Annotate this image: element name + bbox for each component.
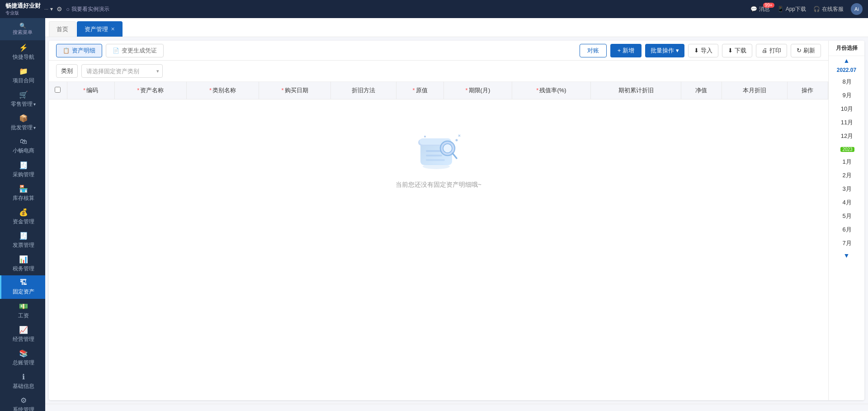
sidebar-item-invoice[interactable]: 🧾 发票管理 — [0, 228, 45, 252]
sidebar-item-ecommerce[interactable]: 🛍 小畅电商 — [0, 134, 45, 158]
month-item-9[interactable]: 9月 — [829, 89, 864, 102]
fixed-assets-icon: 🏗 — [20, 279, 27, 287]
print-button[interactable]: 🖨 打印 — [756, 44, 787, 57]
month-panel-header: 月份选择 — [829, 41, 864, 56]
demo-button[interactable]: ○ 我要看实例演示 — [66, 5, 109, 13]
svg-rect-5 — [426, 155, 442, 156]
add-button[interactable]: + 新增 — [610, 44, 642, 57]
main-layout: 🔍 搜索菜单 ⚡ 快捷导航 📁 项目合同 🛒 零售管理 ▾ 📦 批发管理 ▾ — [0, 18, 868, 411]
tab-close-icon[interactable]: ✕ — [111, 26, 115, 32]
table-header-residual-rate: *残值率(%) — [512, 82, 591, 99]
table-header-monthly-depreciation: 本月折旧 — [722, 82, 787, 99]
sidebar-item-basic-info[interactable]: ℹ 基础信息 — [0, 369, 45, 393]
online-service-button[interactable]: 🎧 在线客服 — [813, 5, 844, 13]
sidebar-item-retail[interactable]: 🛒 零售管理 ▾ — [0, 87, 45, 111]
operations-icon: 📈 — [19, 326, 28, 334]
month-item-8[interactable]: 8月 — [829, 75, 864, 89]
nav-tabs: 首页 资产管理 ✕ — [45, 18, 868, 37]
horizontal-scrollbar[interactable] — [45, 404, 868, 411]
sidebar-item-tax[interactable]: 📊 税务管理 — [0, 252, 45, 275]
company-dropdown[interactable]: ··· ▾ — [44, 6, 53, 12]
sidebar-item-ledger[interactable]: 📚 总账管理 — [0, 346, 45, 369]
download-icon: ⬇ — [728, 47, 733, 54]
month-item-1[interactable]: 1月 — [829, 155, 864, 169]
import-button[interactable]: ⬇ 导入 — [688, 44, 718, 57]
table-header-operation: 操作 — [787, 82, 828, 99]
duizhang-button[interactable]: 对账 — [580, 44, 607, 57]
month-item-12[interactable]: 12月 — [829, 129, 864, 143]
empty-state: 当前您还没有固定资产明细哦~ — [49, 99, 828, 207]
refresh-button[interactable]: ↻ 刷新 — [791, 44, 821, 57]
month-item-5[interactable]: 5月 — [829, 209, 864, 223]
sidebar-item-quick-nav[interactable]: ⚡ 快捷导航 — [0, 40, 45, 64]
month-item-3[interactable]: 3月 — [829, 182, 864, 196]
sidebar-item-purchase[interactable]: 🧾 采购管理 — [0, 158, 45, 181]
category-select-wrap: 请选择固定资产类别 ▾ — [81, 64, 163, 78]
sidebar-item-system[interactable]: ⚙ 系统管理 — [0, 393, 45, 411]
sidebar-item-fund[interactable]: 💰 资金管理 — [0, 205, 45, 228]
svg-rect-6 — [426, 159, 445, 161]
sidebar-item-fixed-assets[interactable]: 🏗 固定资产 — [0, 275, 45, 299]
basic-info-icon: ℹ — [22, 373, 25, 381]
month-nav-down[interactable]: ▼ — [842, 250, 852, 261]
user-avatar[interactable]: Ai — [851, 3, 863, 15]
batch-button[interactable]: 批量操作 ▾ — [645, 44, 684, 57]
table-header-code: *编码 — [67, 82, 114, 99]
month-item-7[interactable]: 7月 — [829, 236, 864, 250]
table-header-name: *资产名称 — [114, 82, 187, 99]
sub-tab-asset-detail[interactable]: 📋 资产明细 — [56, 44, 102, 57]
month-item-2[interactable]: 2月 — [829, 169, 864, 182]
headset-icon: 🎧 — [813, 6, 820, 12]
tab-home[interactable]: 首页 — [49, 21, 76, 37]
quick-nav-icon: ⚡ — [19, 43, 28, 52]
ecommerce-icon: 🛍 — [20, 137, 27, 146]
sub-tab-change-voucher[interactable]: 📄 变更生成凭证 — [106, 44, 164, 57]
svg-point-8 — [443, 144, 452, 153]
table-header-purchase-date: *购买日期 — [259, 82, 331, 99]
download-button[interactable]: ⬇ 下载 — [722, 44, 752, 57]
message-button[interactable]: 💬 消息 99+ — [750, 5, 770, 13]
import-icon: ⬇ — [694, 47, 699, 54]
year-badge-2023: 2023 — [840, 147, 854, 152]
month-nav-up[interactable]: ▲ — [843, 56, 851, 65]
topbar: 畅捷通好业财 专业版 ··· ▾ ⚙ ○ 我要看实例演示 💬 消息 99+ 📱 … — [0, 0, 868, 18]
tab-asset-management[interactable]: 资产管理 ✕ — [77, 21, 123, 37]
assets-table: *编码 *资产名称 *类别名称 *购买日期 折旧方法 *原值 *期限(月) *残… — [49, 82, 828, 207]
page-content: 📋 资产明细 📄 变更生成凭证 对账 + 新增 批量操 — [49, 41, 864, 400]
phone-icon: 📱 — [777, 6, 784, 12]
table-header-category: *类别名称 — [187, 82, 259, 99]
tax-icon: 📊 — [19, 255, 28, 264]
month-item-4[interactable]: 4月 — [829, 196, 864, 209]
category-select[interactable]: 请选择固定资产类别 — [81, 64, 163, 78]
filter-row: 类别 请选择固定资产类别 ▾ — [49, 61, 828, 82]
table-header-period: *期限(月) — [444, 82, 512, 99]
app-download-button[interactable]: 📱 App下载 — [777, 5, 806, 13]
empty-text: 当前您还没有固定资产明细哦~ — [396, 181, 481, 189]
table-header-accumulated-depreciation: 期初累计折旧 — [591, 82, 681, 99]
sidebar-item-inventory[interactable]: 🏪 库存核算 — [0, 181, 45, 205]
category-label: 类别 — [56, 64, 78, 78]
select-all-checkbox[interactable] — [55, 87, 61, 93]
print-icon: 🖨 — [762, 47, 768, 54]
purchase-icon: 🧾 — [19, 161, 28, 170]
month-item-6[interactable]: 6月 — [829, 223, 864, 236]
month-item-10[interactable]: 10月 — [829, 102, 864, 116]
invoice-icon: 🧾 — [19, 231, 28, 240]
retail-icon: 🛒 — [19, 90, 28, 99]
sidebar-item-wholesale[interactable]: 📦 批发管理 ▾ — [0, 111, 45, 134]
sidebar-item-salary[interactable]: 💵 工资 — [0, 299, 45, 322]
inventory-icon: 🏪 — [19, 184, 28, 193]
sidebar-search[interactable]: 🔍 搜索菜单 — [0, 18, 45, 40]
sidebar-item-operations[interactable]: 📈 经营管理 — [0, 322, 45, 346]
batch-arrow-icon: ▾ — [676, 47, 679, 54]
sidebar-item-project[interactable]: 📁 项目合同 — [0, 64, 45, 87]
month-item-year-2023[interactable]: 2023 — [829, 143, 864, 155]
month-item-11[interactable]: 11月 — [829, 116, 864, 129]
month-panel-current-year[interactable]: 2022.07 — [835, 65, 858, 75]
inner-content: 📋 资产明细 📄 变更生成凭证 对账 + 新增 批量操 — [49, 41, 828, 400]
settings-icon[interactable]: ⚙ — [57, 5, 62, 13]
refresh-icon: ↻ — [797, 47, 802, 54]
topbar-left: 畅捷通好业财 专业版 ··· ▾ ⚙ ○ 我要看实例演示 — [5, 2, 109, 16]
topbar-right: 💬 消息 99+ 📱 App下载 🎧 在线客服 Ai — [750, 3, 863, 15]
app-logo: 畅捷通好业财 专业版 — [5, 2, 41, 16]
